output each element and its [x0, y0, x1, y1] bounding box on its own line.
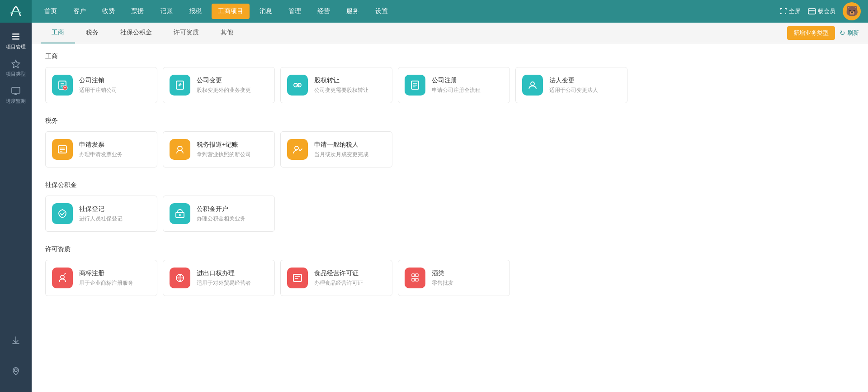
svg-rect-34 [293, 274, 302, 282]
card-title-equity: 股权转让 [314, 76, 368, 85]
card-social-security[interactable]: 社保登记 进行人员社保登记 [45, 196, 157, 232]
svg-rect-4 [12, 38, 19, 40]
svg-point-9 [14, 369, 17, 372]
tab-social-security[interactable]: 社保公积金 [109, 23, 163, 43]
tab-other[interactable]: 其他 [210, 23, 244, 43]
add-type-button[interactable]: 新增业务类型 [787, 26, 835, 40]
nav-service[interactable]: 服务 [338, 0, 367, 23]
card-info-invoice: 申请发票 办理申请发票业务 [79, 141, 123, 158]
svg-rect-39 [412, 278, 415, 281]
card-title-provident: 公积金开户 [197, 205, 245, 213]
card-desc-alcohol: 零售批发 [432, 279, 453, 287]
card-title-tax-report: 税务报道+记账 [197, 141, 251, 149]
svg-rect-2 [12, 33, 19, 35]
card-legal-change[interactable]: 法人变更 适用于公司变更法人 [515, 67, 627, 103]
legal-change-icon [522, 75, 543, 96]
tab-industrial[interactable]: 工商 [41, 23, 75, 43]
tab-license[interactable]: 许可资质 [163, 23, 210, 43]
user-avatar[interactable]: 🐻 [843, 2, 861, 20]
card-taxpayer[interactable]: 申请一般纳税人 当月或次月成变更完成 [280, 131, 392, 167]
alcohol-icon [405, 268, 425, 288]
card-desc-cancel: 适用于注销公司 [79, 86, 117, 94]
card-invoice[interactable]: 申请发票 办理申请发票业务 [45, 131, 157, 167]
card-trademark[interactable]: 商标注册 用于企业商标注册服务 [45, 260, 157, 296]
nav-management[interactable]: 管理 [280, 0, 309, 23]
card-desc-change: 股权变更外的业务变更 [197, 86, 251, 94]
fullscreen-icon [780, 8, 787, 15]
nav-industrial[interactable]: 工商项目 [212, 4, 250, 19]
list-icon [11, 32, 21, 42]
card-provident-fund[interactable]: 公积金开户 办理公积金相关业务 [163, 196, 275, 232]
download-icon [11, 335, 21, 345]
card-info-food: 食品经营许可证 办理食品经营许可证 [314, 269, 363, 287]
sidebar-item-project-type[interactable]: 项目类型 [0, 54, 32, 81]
content-area: 工商 税务 社保公积金 许可资质 其他 新增业务类型 ↻ 刷新 工商 [32, 23, 868, 392]
import-export-icon [170, 268, 190, 288]
tabs-left: 工商 税务 社保公积金 许可资质 其他 [41, 23, 244, 43]
fullscreen-label: 全屏 [789, 7, 801, 15]
card-info-register: 公司注册 申请公司注册全流程 [432, 76, 481, 94]
refresh-button[interactable]: ↻ 刷新 [840, 29, 859, 37]
nav-right: 全屏 畅会员 🐻 [780, 2, 868, 20]
card-food-license[interactable]: 食品经营许可证 办理食品经营许可证 [280, 260, 392, 296]
card-desc-taxpayer: 当月或次月成变更完成 [314, 151, 368, 158]
card-import-export[interactable]: 进出口权办理 适用于对外贸易经营者 [163, 260, 275, 296]
sidebar-type-label: 项目类型 [6, 71, 26, 77]
card-equity-transfer[interactable]: 股权转让 公司变更需要股权转让 [280, 67, 392, 103]
cards-grid-license: 商标注册 用于企业商标注册服务 进出口权办理 [45, 260, 854, 296]
card-desc-register: 申请公司注册全流程 [432, 86, 481, 94]
location-icon [11, 366, 21, 376]
card-title-social: 社保登记 [79, 205, 123, 213]
sidebar-project-label: 项目管理 [6, 43, 26, 50]
nav-client[interactable]: 客户 [65, 0, 94, 23]
card-title-change: 公司变更 [197, 76, 251, 85]
member-button[interactable]: 畅会员 [808, 7, 835, 15]
svg-marker-5 [12, 60, 20, 68]
card-alcohol[interactable]: 酒类 零售批发 [398, 260, 510, 296]
sidebar-progress-label: 进度监测 [6, 98, 26, 105]
sidebar-bottom [0, 327, 32, 392]
card-title-invoice: 申请发票 [79, 141, 123, 149]
card-tax-report[interactable]: 税务报道+记账 拿到营业执照的新公司 [163, 131, 275, 167]
card-company-change[interactable]: 公司变更 股权变更外的业务变更 [163, 67, 275, 103]
fullscreen-button[interactable]: 全屏 [780, 7, 801, 15]
nav-items: 首页 客户 收费 票据 记账 报税 工商项目 消息 管理 经营 服务 设置 [32, 0, 780, 23]
card-info-trademark: 商标注册 用于企业商标注册服务 [79, 269, 133, 287]
cards-grid-industrial: 公司注销 适用于注销公司 公司变更 股权变更外的业务变更 [45, 67, 854, 103]
card-company-cancel[interactable]: 公司注销 适用于注销公司 [45, 67, 157, 103]
sidebar-item-progress[interactable]: 进度监测 [0, 81, 32, 109]
card-desc-legal: 适用于公司变更法人 [549, 86, 598, 94]
top-nav: 首页 客户 收费 票据 记账 报税 工商项目 消息 管理 经营 服务 设置 全屏… [0, 0, 868, 23]
nav-accounting[interactable]: 记账 [152, 0, 181, 23]
nav-settings[interactable]: 设置 [367, 0, 396, 23]
svg-rect-38 [415, 274, 418, 277]
card-info-legal: 法人变更 适用于公司变更法人 [549, 76, 598, 94]
svg-rect-6 [12, 87, 20, 93]
sidebar-location[interactable] [0, 358, 32, 385]
card-title-taxpayer: 申请一般纳税人 [314, 141, 368, 149]
card-title-alcohol: 酒类 [432, 269, 453, 277]
nav-operation[interactable]: 经营 [309, 0, 338, 23]
nav-home[interactable]: 首页 [36, 0, 65, 23]
nav-message[interactable]: 消息 [251, 0, 280, 23]
card-company-register[interactable]: 公司注册 申请公司注册全流程 [398, 67, 510, 103]
member-icon [808, 8, 816, 14]
card-title-import: 进出口权办理 [197, 269, 251, 277]
nav-fees[interactable]: 收费 [94, 0, 123, 23]
cards-grid-social: 社保登记 进行人员社保登记 公积金开户 办理公积金相关业务 [45, 196, 854, 232]
section-title-tax: 税务 [45, 117, 854, 125]
cards-grid-tax: 申请发票 办理申请发票业务 税务报道+记账 拿到营业执照的新公司 [45, 131, 854, 167]
nav-bills[interactable]: 票据 [123, 0, 152, 23]
star-icon [11, 59, 21, 69]
sidebar-item-project-management[interactable]: 项目管理 [0, 27, 32, 54]
card-info-cancel: 公司注销 适用于注销公司 [79, 76, 117, 94]
card-info-tax-report: 税务报道+记账 拿到营业执照的新公司 [197, 141, 251, 158]
tab-tax[interactable]: 税务 [75, 23, 109, 43]
card-desc-equity: 公司变更需要股权转让 [314, 86, 368, 94]
logo [0, 0, 32, 23]
sidebar-download[interactable] [0, 327, 32, 354]
nav-tax[interactable]: 报税 [181, 0, 210, 23]
card-desc-food: 办理食品经营许可证 [314, 279, 363, 287]
card-title-trademark: 商标注册 [79, 269, 133, 277]
card-title-legal: 法人变更 [549, 76, 598, 85]
